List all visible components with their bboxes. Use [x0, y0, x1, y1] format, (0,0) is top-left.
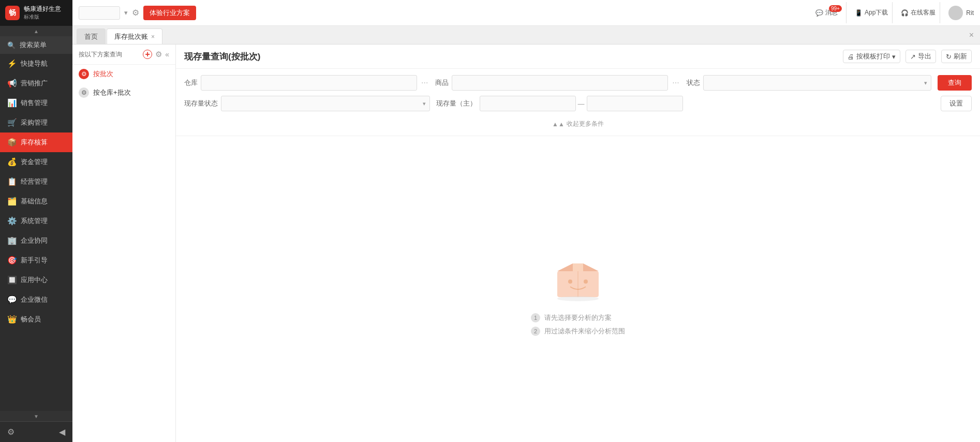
sidebar-settings-icon[interactable]: ⚙ [7, 427, 14, 437]
empty-illustration [547, 243, 609, 305]
sidebar-scroll-up[interactable]: ▲ [0, 26, 72, 36]
topbar-dropdown-icon[interactable]: ▾ [124, 9, 128, 17]
topbar: ▾ ⚙ 体验行业方案 💬 消息 99+ 📱 App下载 🎧 在线客服 Rit [72, 0, 980, 26]
topbar-search-input[interactable] [79, 6, 120, 20]
sidebar-item-label: 资金管理 [21, 157, 48, 167]
user-menu-btn[interactable]: Rit [948, 6, 974, 20]
print-icon: 🖨 [848, 53, 854, 61]
online-service-btn[interactable]: 🎧 在线客服 [901, 8, 936, 17]
status-select[interactable] [703, 75, 931, 91]
goods-input[interactable] [452, 75, 668, 91]
sidebar-item-newbie[interactable]: 🎯 新手引导 [0, 251, 72, 270]
scheme-settings-btn[interactable]: ⚙ [155, 50, 162, 59]
scheme-item-warehouse-batch[interactable]: ⚙ 按仓库+批次 [72, 83, 175, 102]
stock-qty-min-input[interactable] [480, 96, 576, 111]
sidebar-item-apps[interactable]: 🔲 应用中心 [0, 270, 72, 290]
query-button[interactable]: 查询 [938, 75, 972, 91]
sidebar-item-purchase[interactable]: 🛒 采购管理 [0, 113, 72, 132]
sidebar-item-vip[interactable]: 👑 畅会员 [0, 310, 72, 329]
sales-icon: 📊 [7, 98, 17, 108]
sidebar-item-basic[interactable]: 🗂️ 基础信息 [0, 191, 72, 211]
warehouse-dots-btn[interactable]: ··· [420, 78, 429, 87]
sidebar-item-label: 快捷导航 [21, 59, 48, 68]
scheme-item-icon-warehouse-batch: ⚙ [79, 87, 89, 98]
sidebar-item-marketing[interactable]: 📢 营销推广 [0, 73, 72, 93]
scheme-item-batch[interactable]: ⚙ 按批次 [72, 65, 175, 83]
page-title: 现存量查询(按批次) [184, 51, 260, 63]
sidebar-item-finance[interactable]: 💰 资金管理 [0, 152, 72, 172]
sidebar-item-label: 采购管理 [21, 118, 48, 127]
sidebar-item-enterprise[interactable]: 🏢 企业协同 [0, 231, 72, 251]
scheme-collapse-btn[interactable]: « [165, 50, 169, 58]
avatar [948, 6, 963, 20]
print-dropdown-icon[interactable]: ▾ [892, 53, 896, 61]
sidebar-item-system[interactable]: ⚙️ 系统管理 [0, 211, 72, 231]
range-separator: — [578, 100, 585, 108]
newbie-icon: 🎯 [7, 256, 17, 265]
sidebar-item-label: 新手引导 [21, 256, 48, 265]
status-select-wrap [703, 75, 931, 91]
svg-point-4 [557, 296, 599, 301]
tab-home[interactable]: 首页 [77, 28, 106, 44]
stock-qty-max-input[interactable] [587, 96, 683, 111]
filter-goods: 商品 ··· [435, 75, 680, 91]
sidebar-header: 畅 畅康通好生意 标准版 [0, 0, 72, 26]
finance-icon: 💰 [7, 157, 17, 167]
scheme-panel: 按以下方案查询 + ⚙ « ⚙ 按批次 ⚙ 按仓库+批次 [72, 45, 176, 442]
wechat-icon: 💬 [7, 295, 17, 304]
sidebar-scroll-down[interactable]: ▼ [0, 411, 72, 421]
tab-bar: 首页 库存批次账 × × [72, 26, 980, 45]
stock-status-select[interactable] [221, 96, 430, 111]
sidebar-item-operation[interactable]: 📋 经营管理 [0, 172, 72, 191]
sidebar-search-label: 搜索菜单 [20, 40, 47, 50]
stock-qty-range: — [480, 96, 683, 111]
print-template-btn[interactable]: 🖨 按模板打印 ▾ [843, 50, 900, 63]
filter-stock-status: 现存量状态 [184, 96, 430, 111]
scheme-list: ⚙ 按批次 ⚙ 按仓库+批次 [72, 65, 175, 442]
collapse-btn[interactable]: ▲▲ 收起更多条件 [184, 116, 972, 129]
sidebar-bottom: ⚙ ◀ [0, 421, 72, 442]
scheme-header-actions: + ⚙ « [143, 50, 169, 59]
sidebar-item-quick-nav[interactable]: ⚡ 快捷导航 [0, 54, 72, 73]
scheme-header: 按以下方案查询 + ⚙ « [72, 45, 175, 65]
experience-btn[interactable]: 体验行业方案 [143, 6, 196, 20]
vip-icon: 👑 [7, 315, 17, 324]
tip-num-2: 2 [531, 327, 540, 336]
sidebar-item-inventory[interactable]: 📦 库存核算 [0, 132, 72, 152]
scheme-add-btn[interactable]: + [143, 50, 152, 59]
export-btn[interactable]: ↗ 导出 [905, 50, 936, 63]
operation-icon: 📋 [7, 177, 17, 186]
tab-close-btn[interactable]: × [151, 34, 155, 40]
sidebar: 畅 畅康通好生意 标准版 ▲ 🔍 搜索菜单 ⚡ 快捷导航 📢 营销推广 📊 销售… [0, 0, 72, 442]
basic-icon: 🗂️ [7, 197, 17, 206]
empty-svg [547, 243, 609, 305]
warehouse-input[interactable] [201, 75, 417, 91]
sidebar-search[interactable]: 🔍 搜索菜单 [0, 36, 72, 54]
tab-bar-close-btn[interactable]: × [969, 31, 974, 40]
search-icon: 🔍 [7, 41, 16, 49]
print-template-label: 按模板打印 [856, 52, 890, 61]
filter-status: 状态 [687, 75, 931, 91]
export-icon: ↗ [910, 53, 916, 61]
settings-button[interactable]: 设置 [941, 96, 972, 111]
goods-dots-btn[interactable]: ··· [671, 78, 680, 87]
app-info: 畅康通好生意 标准版 [24, 5, 61, 21]
sidebar-item-label: 系统管理 [21, 216, 48, 226]
refresh-btn[interactable]: ↻ 刷新 [941, 50, 972, 63]
stock-status-select-wrap [221, 96, 430, 111]
notifications-btn[interactable]: 💬 消息 99+ [815, 8, 838, 17]
sidebar-collapse-icon[interactable]: ◀ [59, 427, 65, 437]
sidebar-menu: ⚡ 快捷导航 📢 营销推广 📊 销售管理 🛒 采购管理 📦 库存核算 💰 资金管… [0, 54, 72, 411]
app-download-btn[interactable]: 📱 App下载 [855, 8, 888, 17]
sidebar-item-wechat[interactable]: 💬 企业微信 [0, 290, 72, 310]
filter-row-2: 现存量状态 现存量（主） — [184, 96, 972, 111]
empty-tips: 1 请先选择要分析的方案 2 用过滤条件来缩小分析范围 [531, 313, 625, 336]
stock-qty-label: 现存量（主） [436, 99, 477, 108]
warehouse-label: 仓库 [184, 78, 198, 87]
topbar-settings-icon[interactable]: ⚙ [132, 8, 139, 18]
svg-point-2 [568, 279, 572, 284]
sidebar-item-sales[interactable]: 📊 销售管理 [0, 93, 72, 113]
collapse-label: 收起更多条件 [567, 120, 604, 128]
tab-inventory-batch[interactable]: 库存批次账 × [107, 28, 162, 44]
sidebar-item-label: 销售管理 [21, 98, 48, 108]
